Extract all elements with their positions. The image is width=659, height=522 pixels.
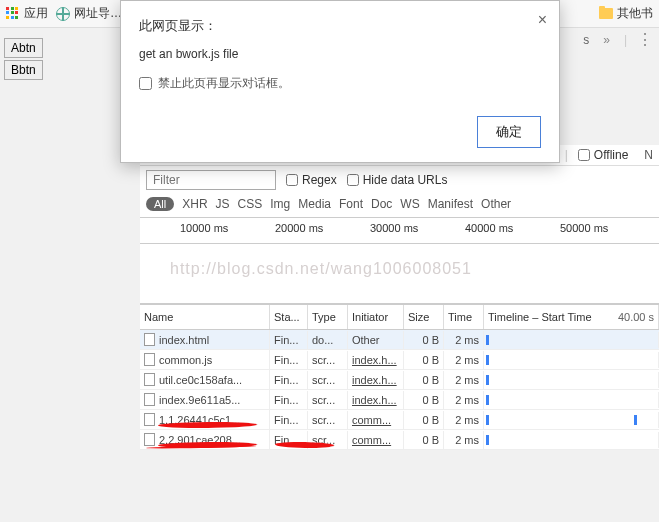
tick-2: 20000 ms: [275, 222, 323, 234]
apps-label: 应用: [24, 5, 48, 22]
type-css[interactable]: CSS: [238, 197, 263, 211]
table-row[interactable]: 1.1.26441c5c1...Fin...scr...comm...0 B2 …: [140, 410, 659, 430]
menu-dots-icon[interactable]: ⋮: [637, 30, 653, 49]
folder-icon: [599, 8, 613, 19]
tick-1: 10000 ms: [180, 222, 228, 234]
col-time[interactable]: Time: [444, 305, 484, 329]
col-initiator[interactable]: Initiator: [348, 305, 404, 329]
apps-button[interactable]: 应用: [6, 5, 48, 22]
file-icon: [144, 413, 155, 426]
cell-type: scr...: [308, 391, 348, 409]
type-js[interactable]: JS: [216, 197, 230, 211]
overflow-chevron-icon[interactable]: »: [599, 33, 614, 47]
file-name: index.html: [159, 334, 209, 346]
cell-initiator: comm...: [348, 431, 404, 449]
overflow-row: s » | ⋮: [583, 30, 653, 49]
timeline-head-label: Timeline – Start Time: [488, 311, 592, 323]
table-row[interactable]: index.htmlFin...do...Other0 B2 ms: [140, 330, 659, 350]
cell-time: 2 ms: [444, 431, 484, 449]
side-button-stack: Abtn Bbtn: [4, 38, 43, 80]
table-row[interactable]: util.ce0c158afa...Fin...scr...index.h...…: [140, 370, 659, 390]
a-button[interactable]: Abtn: [4, 38, 43, 58]
nav-guide-label: 网址导…: [74, 5, 122, 22]
network-table: Name Sta... Type Initiator Size Time Tim…: [140, 304, 659, 450]
type-img[interactable]: Img: [270, 197, 290, 211]
cell-timeline: [484, 392, 659, 408]
ok-button[interactable]: 确定: [477, 116, 541, 148]
col-status[interactable]: Sta...: [270, 305, 308, 329]
col-timeline[interactable]: Timeline – Start Time40.00 s: [484, 305, 659, 329]
col-type[interactable]: Type: [308, 305, 348, 329]
cell-size: 0 B: [404, 411, 444, 429]
filter-input[interactable]: [146, 170, 276, 190]
cell-status: Fin...: [270, 351, 308, 369]
b-button[interactable]: Bbtn: [4, 60, 43, 80]
file-name: common.js: [159, 354, 212, 366]
regex-checkbox[interactable]: [286, 174, 298, 186]
col-size[interactable]: Size: [404, 305, 444, 329]
type-all[interactable]: All: [146, 197, 174, 211]
type-doc[interactable]: Doc: [371, 197, 392, 211]
hide-data-checkbox[interactable]: [347, 174, 359, 186]
cell-timeline: [484, 352, 659, 368]
offline-toggle[interactable]: Offline: [578, 148, 628, 162]
file-icon: [144, 353, 155, 366]
cell-status: Fin...: [270, 391, 308, 409]
type-xhr[interactable]: XHR: [182, 197, 207, 211]
other-bookmarks-label: 其他书: [617, 5, 653, 22]
cell-time: 2 ms: [444, 391, 484, 409]
type-media[interactable]: Media: [298, 197, 331, 211]
timeline-end-label: 40.00 s: [618, 311, 654, 323]
cell-initiator: comm...: [348, 411, 404, 429]
suppress-checkbox-row[interactable]: 禁止此页再显示对话框。: [139, 75, 541, 92]
cell-initiator: index.h...: [348, 371, 404, 389]
regex-label: Regex: [302, 173, 337, 187]
cell-type: scr...: [308, 351, 348, 369]
apps-grid-icon: [6, 7, 20, 21]
cell-type: scr...: [308, 411, 348, 429]
cell-timeline: [484, 432, 659, 448]
cell-size: 0 B: [404, 391, 444, 409]
regex-toggle[interactable]: Regex: [286, 173, 337, 187]
hide-data-toggle[interactable]: Hide data URLs: [347, 173, 448, 187]
cell-name: index.9e611a5...: [140, 390, 270, 409]
cell-size: 0 B: [404, 351, 444, 369]
other-bookmarks[interactable]: 其他书: [599, 5, 653, 22]
cell-time: 2 ms: [444, 351, 484, 369]
tick-4: 40000 ms: [465, 222, 513, 234]
filter-row: Regex Hide data URLs: [140, 166, 659, 194]
type-other[interactable]: Other: [481, 197, 511, 211]
hide-data-label: Hide data URLs: [363, 173, 448, 187]
type-ws[interactable]: WS: [400, 197, 419, 211]
cell-time: 2 ms: [444, 411, 484, 429]
file-icon: [144, 433, 155, 446]
cell-size: 0 B: [404, 431, 444, 449]
cell-type: scr...: [308, 371, 348, 389]
col-name[interactable]: Name: [140, 305, 270, 329]
offline-checkbox[interactable]: [578, 149, 590, 161]
type-font[interactable]: Font: [339, 197, 363, 211]
tick-5: 50000 ms: [560, 222, 608, 234]
watermark-text: http://blog.csdn.net/wang1006008051: [170, 260, 472, 278]
cell-size: 0 B: [404, 331, 444, 349]
nav-guide-bookmark[interactable]: 网址导…: [56, 5, 122, 22]
cell-type: do...: [308, 331, 348, 349]
suppress-label: 禁止此页再显示对话框。: [158, 75, 290, 92]
cell-status: Fin...: [270, 331, 308, 349]
tick-3: 30000 ms: [370, 222, 418, 234]
offline-label: Offline: [594, 148, 628, 162]
suppress-checkbox[interactable]: [139, 77, 152, 90]
cell-status: Fin...: [270, 371, 308, 389]
close-icon[interactable]: ×: [538, 11, 547, 29]
cell-name: index.html: [140, 330, 270, 349]
cell-initiator: index.h...: [348, 391, 404, 409]
table-row[interactable]: common.jsFin...scr...index.h...0 B2 ms: [140, 350, 659, 370]
cell-size: 0 B: [404, 371, 444, 389]
cell-time: 2 ms: [444, 331, 484, 349]
alert-dialog: × 此网页显示： get an bwork.js file 禁止此页再显示对话框…: [120, 0, 560, 163]
type-manifest[interactable]: Manifest: [428, 197, 473, 211]
table-header: Name Sta... Type Initiator Size Time Tim…: [140, 305, 659, 330]
cell-initiator: Other: [348, 331, 404, 349]
type-filter-row: All XHR JS CSS Img Media Font Doc WS Man…: [140, 194, 659, 218]
table-row[interactable]: index.9e611a5...Fin...scr...index.h...0 …: [140, 390, 659, 410]
